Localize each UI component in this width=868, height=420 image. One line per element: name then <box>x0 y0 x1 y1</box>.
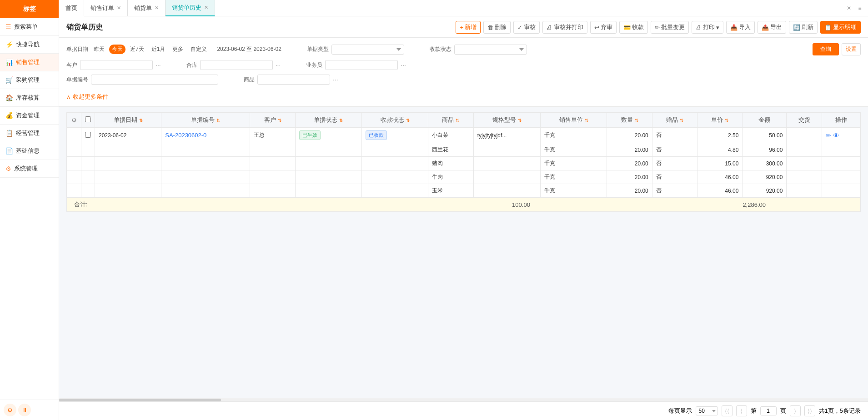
td-checkbox <box>81 184 95 198</box>
sidebar-item-finance[interactable]: 💰 资金管理 <box>0 107 59 125</box>
filter-warehouse-label: 合库 <box>186 61 197 69</box>
th-delivery: 交货 <box>787 113 822 128</box>
page-last-btn[interactable]: ⟩⟩ <box>804 405 815 416</box>
filter-customer-dots[interactable]: ··· <box>156 61 161 69</box>
filter-warehouse-input[interactable] <box>200 60 273 70</box>
collapse-btn[interactable]: ∧ 收起更多条件 <box>66 91 861 103</box>
tab-sales-order-close[interactable]: ✕ <box>117 5 121 11</box>
tab-sales-history-close[interactable]: ✕ <box>204 5 208 10</box>
th-unit[interactable]: 销售单位 ⇅ <box>541 113 607 128</box>
th-date[interactable]: 单据日期 ⇅ <box>95 113 161 128</box>
tab-home[interactable]: 首页 <box>59 0 84 16</box>
btn-unapprove[interactable]: ↩ 弃审 <box>590 21 617 34</box>
per-page-select[interactable]: 50 100 200 <box>696 406 718 415</box>
gear-icon[interactable]: ⚙ <box>71 117 77 124</box>
tab-bar-menu-btn[interactable]: ≡ <box>855 4 864 13</box>
td-unit: 千克 <box>541 157 607 170</box>
order-no-link[interactable]: SA-20230602-0 <box>165 132 206 139</box>
sidebar: 标签 ☰ 搜索菜单 ⚡ 快捷导航 📊 销售管理 🛒 采购管理 🏠 库存核算 💰 … <box>0 0 59 420</box>
btn-show-detail[interactable]: 📋 显示明细 <box>820 21 861 34</box>
th-order-no[interactable]: 单据编号 ⇅ <box>161 113 250 128</box>
refresh-icon: 🔄 <box>793 24 800 31</box>
td-qty: 20.00 <box>607 128 652 143</box>
btn-import[interactable]: 📥 导入 <box>726 21 755 34</box>
date-btn-1month[interactable]: 近1月 <box>149 45 168 54</box>
filter-goods-input[interactable] <box>257 75 330 85</box>
filter-customer-input[interactable] <box>80 60 153 70</box>
page-input[interactable] <box>760 406 777 415</box>
date-btn-custom[interactable]: 自定义 <box>188 45 210 54</box>
th-doc-status[interactable]: 单据状态 ⇅ <box>295 113 361 128</box>
sidebar-item-basic-info[interactable]: 📄 基础信息 <box>0 142 59 160</box>
page-next-btn[interactable]: ⟩ <box>790 405 801 416</box>
tab-home-label: 首页 <box>65 4 77 12</box>
btn-print[interactable]: 🖨 打印 ▾ <box>692 21 723 34</box>
th-gift[interactable]: 赠品 ⇅ <box>652 113 697 128</box>
filter-warehouse-dots[interactable]: ··· <box>276 61 281 69</box>
btn-refresh[interactable]: 🔄 刷新 <box>789 21 818 34</box>
td-gear <box>67 128 81 143</box>
row-checkbox[interactable] <box>85 132 91 138</box>
btn-approve[interactable]: ✓ 审核 <box>513 21 540 34</box>
sidebar-item-operation[interactable]: 📋 经营管理 <box>0 125 59 142</box>
btn-export[interactable]: 📤 导出 <box>758 21 786 34</box>
tab-sales-invoice[interactable]: 销货单 ✕ <box>128 0 166 16</box>
sidebar-bottom: ⚙ ⏸ <box>0 400 59 420</box>
filter-staff-input[interactable] <box>325 60 398 70</box>
td-customer <box>250 184 295 198</box>
th-spec[interactable]: 规格型号 ⇅ <box>473 113 541 128</box>
td-price: 2.50 <box>697 128 743 143</box>
view-icon[interactable]: 👁 <box>833 132 839 139</box>
td-gear <box>67 157 81 170</box>
sidebar-item-sys-mgmt[interactable]: ⚙ 系统管理 <box>0 160 59 178</box>
btn-approve-print[interactable]: 🖨 审核并打印 <box>542 21 587 34</box>
sidebar-item-label: 经营管理 <box>16 129 40 137</box>
sidebar-item-purchase-mgmt[interactable]: 🛒 采购管理 <box>0 71 59 89</box>
filter-order-no-input[interactable] <box>91 75 218 85</box>
date-btn-yesterday[interactable]: 昨天 <box>91 45 107 54</box>
td-gift: 否 <box>652 170 697 184</box>
date-btn-today[interactable]: 今天 <box>109 45 125 54</box>
filter-goods-dots[interactable]: ··· <box>333 76 338 83</box>
btn-batch-change[interactable]: ✏ 批量变更 <box>651 21 689 34</box>
page-prev-btn[interactable]: ⟨ <box>736 405 747 416</box>
th-customer[interactable]: 客户 ⇅ <box>250 113 295 128</box>
tab-bar-close-btn[interactable]: ✕ <box>844 4 853 13</box>
sidebar-item-sales-mgmt[interactable]: 📊 销售管理 <box>0 54 59 71</box>
btn-delete[interactable]: 🗑 删除 <box>483 21 511 34</box>
date-btn-more[interactable]: 更多 <box>170 45 186 54</box>
btn-add[interactable]: + 新增 <box>456 21 481 34</box>
sort-spec-icon: ⇅ <box>518 118 522 123</box>
td-date <box>95 170 161 184</box>
sidebar-item-quick-nav[interactable]: ⚡ 快捷导航 <box>0 36 59 54</box>
th-qty[interactable]: 数量 ⇅ <box>607 113 652 128</box>
filter-pay-status: 收款状态 <box>430 45 527 55</box>
tab-sales-order[interactable]: 销售订单 ✕ <box>84 0 128 16</box>
sidebar-pause-btn[interactable]: ⏸ <box>18 404 31 416</box>
edit-icon[interactable]: ✏ <box>826 132 831 139</box>
th-pay-status[interactable]: 收款状态 ⇅ <box>362 113 428 128</box>
btn-collect[interactable]: 💳 收款 <box>619 21 648 34</box>
filter-doc-type-select[interactable] <box>331 45 404 55</box>
btn-settings[interactable]: 设置 <box>842 43 861 55</box>
th-goods[interactable]: 商品 ⇅ <box>428 113 473 128</box>
select-all-checkbox[interactable] <box>85 116 91 122</box>
page-first-btn[interactable]: ⟨⟨ <box>722 405 733 416</box>
sidebar-item-label: 基础信息 <box>16 147 40 155</box>
horizontal-scrollbar[interactable] <box>59 398 868 401</box>
btn-query[interactable]: 查询 <box>813 43 839 55</box>
td-pay-status <box>362 170 428 184</box>
filter-pay-status-select[interactable] <box>454 45 527 55</box>
tab-sales-invoice-close[interactable]: ✕ <box>155 5 159 11</box>
sidebar-settings-btn[interactable]: ⚙ <box>4 404 16 416</box>
filter-staff-dots[interactable]: ··· <box>401 61 406 69</box>
tab-sales-history[interactable]: 销货单历史 ✕ <box>166 0 215 16</box>
sidebar-item-search-menu[interactable]: ☰ 搜索菜单 <box>0 18 59 36</box>
sales-mgmt-icon: 📊 <box>5 59 13 66</box>
date-btn-7days[interactable]: 近7天 <box>127 45 147 54</box>
scrollbar-thumb[interactable] <box>59 399 221 401</box>
toolbar: + 新增 🗑 删除 ✓ 审核 🖨 审核并打印 ↩ 弃审 <box>456 21 861 34</box>
th-price[interactable]: 单价 ⇅ <box>697 113 743 128</box>
td-qty: 20.00 <box>607 184 652 198</box>
sidebar-item-inventory[interactable]: 🏠 库存核算 <box>0 89 59 107</box>
